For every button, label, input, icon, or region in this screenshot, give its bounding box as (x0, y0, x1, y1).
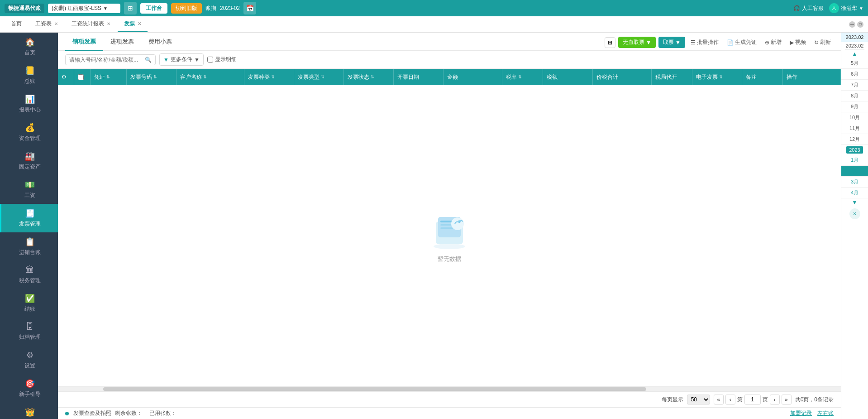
tab-invoice-close[interactable]: ✕ (138, 21, 141, 26)
settings-col-icon[interactable]: ⚙ (62, 74, 67, 80)
company-selector[interactable]: (勿删) 江西服宝-LSS ▼ (48, 4, 120, 13)
sidebar-item-archive[interactable]: 🗄 归档管理 (0, 318, 58, 346)
sidebar-label-ledger: 总账 (24, 77, 35, 85)
take-ticket-button[interactable]: 取票 ▼ (658, 37, 685, 48)
sub-tab-expense[interactable]: 费用小票 (141, 34, 179, 51)
customer-service-btn[interactable]: 🎧 人工客服 (793, 5, 824, 12)
tab-home[interactable]: 首页 (5, 16, 28, 32)
horizontal-scrollbar[interactable] (58, 386, 841, 391)
tab-payroll-stats-close[interactable]: ✕ (107, 21, 110, 26)
sidebar-item-payroll[interactable]: 💵 工资 (0, 175, 58, 204)
month-5[interactable]: 5月 (841, 58, 868, 69)
left-right-link[interactable]: 左右账 (817, 409, 834, 417)
sort-invoice-no-icon[interactable]: ⇅ (153, 75, 157, 79)
workbench-button[interactable]: 工作台 (140, 3, 167, 14)
minimize-button[interactable]: — (849, 21, 855, 28)
sidebar-item-ledger[interactable]: 📒 总账 (0, 61, 58, 90)
month-2-active[interactable]: 2月 (841, 166, 868, 177)
join-record-link[interactable]: 加盟记录 (790, 409, 812, 417)
tab-payroll[interactable]: 工资表 ✕ (29, 16, 64, 32)
search-input[interactable] (69, 57, 142, 63)
sidebar-item-assets[interactable]: 🏭 固定资产 (0, 147, 58, 175)
sort-invoice-cat-icon[interactable]: ⇅ (321, 75, 324, 79)
refresh-button[interactable]: ↻ 刷新 (811, 37, 834, 48)
sub-tab-purchase-label: 进项发票 (110, 38, 134, 46)
month-10[interactable]: 10月 (841, 112, 868, 123)
th-client-name: 客户名称 ⇅ (176, 69, 244, 85)
main-layout: 🏠 首页 📒 总账 📊 报表中心 💰 资金管理 🏭 固定资产 💵 工资 🧾 发票… (0, 33, 868, 419)
sidebar-item-invoice[interactable]: 🧾 发票管理 (0, 204, 58, 232)
th-checkbox[interactable] (74, 69, 91, 85)
close-panel-icon: × (853, 211, 856, 217)
select-all-checkbox[interactable] (78, 74, 84, 80)
sidebar-item-home[interactable]: 🏠 首页 (0, 33, 58, 61)
maximize-button[interactable]: □ (857, 21, 863, 28)
th-date: 开票日期 (394, 69, 444, 85)
close-panel-button[interactable]: × (849, 208, 860, 219)
scroll-thumb[interactable] (103, 387, 646, 391)
switch-version-button[interactable]: 切到旧版 (171, 3, 202, 14)
sub-tab-sales-invoice[interactable]: 销项发票 (65, 34, 103, 51)
show-detail-checkbox[interactable] (207, 57, 213, 63)
prev-page-button[interactable]: ‹ (725, 395, 735, 405)
sort-e-invoice-icon[interactable]: ⇅ (719, 75, 723, 79)
month-1[interactable]: 1月 (841, 155, 868, 166)
tab-payroll-close[interactable]: ✕ (54, 21, 58, 26)
year-2023-label[interactable]: 2023 (846, 146, 863, 154)
month-11[interactable]: 11月 (841, 123, 868, 134)
tab-payroll-stats[interactable]: 工资统计报表 ✕ (65, 16, 117, 32)
page-number-input[interactable] (744, 395, 761, 405)
grid-view-icon[interactable]: ⊞ (605, 37, 615, 48)
sort-invoice-type-icon[interactable]: ⇅ (271, 75, 275, 79)
sidebar-item-settings[interactable]: ⚙ 设置 (0, 346, 58, 374)
sidebar-item-tax[interactable]: 🏛 税务管理 (0, 261, 58, 289)
sidebar-item-finance[interactable]: 💰 资金管理 (0, 118, 58, 147)
sidebar-item-close[interactable]: ✅ 结账 (0, 289, 58, 318)
month-4[interactable]: 4月 (841, 188, 868, 198)
per-page-select[interactable]: 50 100 200 (687, 395, 710, 405)
month-8[interactable]: 8月 (841, 91, 868, 101)
scroll-up-button[interactable]: ▲ (841, 50, 868, 58)
month-3[interactable]: 3月 (841, 177, 868, 188)
show-detail-checkbox-label[interactable]: 显示明细 (207, 56, 237, 63)
th-settings: ⚙ (58, 69, 74, 85)
sort-voucher-icon[interactable]: ⇅ (106, 75, 110, 79)
add-label: 新增 (771, 39, 782, 46)
refresh-icon: ↻ (814, 39, 819, 46)
search-icon[interactable]: 🔍 (145, 57, 152, 63)
sort-client-icon[interactable]: ⇅ (203, 75, 207, 79)
scroll-down-button[interactable]: ▼ (841, 198, 868, 207)
th-invoice-type: 发票种类 ⇅ (244, 69, 294, 85)
sort-status-icon[interactable]: ⇅ (371, 75, 374, 79)
more-filter-button[interactable]: ▼ 更多条件 ▼ (159, 53, 204, 66)
svg-point-7 (458, 220, 461, 223)
tab-invoice[interactable]: 发票 ✕ (118, 16, 148, 32)
month-7[interactable]: 7月 (841, 80, 868, 91)
sidebar-item-member[interactable]: 👑 畅会员 (0, 403, 58, 419)
month-6[interactable]: 6月 (841, 69, 868, 80)
date-subheader: 2023.02 (845, 42, 865, 50)
sales-icon: 📋 (25, 237, 35, 247)
sidebar-item-reports[interactable]: 📊 报表中心 (0, 90, 58, 118)
calendar-icon[interactable]: 📅 (243, 2, 256, 14)
last-page-button[interactable]: » (782, 395, 792, 405)
first-page-button[interactable]: « (714, 395, 724, 405)
sub-tab-expense-label: 费用小票 (148, 38, 172, 46)
next-page-button[interactable]: › (770, 395, 780, 405)
user-menu[interactable]: 人 徐溢华 ▼ (829, 3, 863, 13)
sidebar-item-sales[interactable]: 📋 进销台账 (0, 232, 58, 261)
sidebar-item-guide[interactable]: 🎯 新手引导 (0, 374, 58, 403)
sidebar-label-invoice: 发票管理 (19, 220, 41, 228)
add-button[interactable]: ⊕ 新增 (762, 37, 784, 48)
gen-cert-button[interactable]: 📄 生成凭证 (724, 37, 759, 48)
th-voucher-label: 凭证 (94, 73, 105, 81)
batch-op-button[interactable]: ☰ 批量操作 (688, 37, 721, 48)
video-button[interactable]: ▶ 视频 (787, 37, 809, 48)
sub-tab-purchase-invoice[interactable]: 进项发票 (103, 34, 141, 51)
no-cancel-ticket-button[interactable]: 无血取票 ▼ (618, 37, 656, 48)
th-invoice-no-label: 发票号码 (130, 73, 152, 81)
month-12[interactable]: 12月 (841, 134, 868, 145)
copy-icon[interactable]: ⊞ (124, 2, 137, 14)
sort-tax-rate-icon[interactable]: ⇅ (518, 75, 522, 79)
month-9[interactable]: 9月 (841, 101, 868, 112)
